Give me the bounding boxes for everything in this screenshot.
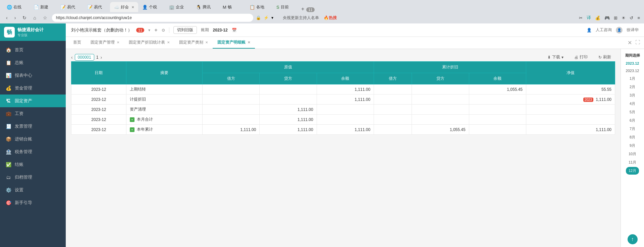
grid-icon[interactable]: ⊞ bbox=[614, 15, 618, 20]
tab-asset-detail[interactable]: 固定资产明细账 ✕ bbox=[213, 37, 255, 49]
translate-icon[interactable]: 译 bbox=[587, 15, 591, 21]
period-item-8[interactable]: 8月 bbox=[621, 133, 644, 141]
back-button[interactable]: ‹ bbox=[4, 14, 10, 21]
sidebar-item-label: 归档管理 bbox=[15, 174, 32, 180]
menu-icon[interactable]: ≡ bbox=[637, 15, 640, 20]
service-label[interactable]: 人工咨询 bbox=[596, 27, 612, 33]
tab-label: 易代 bbox=[94, 4, 102, 10]
print-button[interactable]: 🖨 打印 bbox=[570, 53, 592, 61]
sidebar-item-reports[interactable]: 📊 报表中心 bbox=[0, 69, 66, 82]
refresh-button[interactable]: ↻ 刷新 bbox=[594, 53, 615, 61]
bookmark-button[interactable]: ☆ bbox=[41, 14, 49, 21]
tab-label: 在线 bbox=[13, 4, 21, 10]
scroll-top-button[interactable]: ↑ bbox=[628, 234, 638, 244]
tab-close-icon[interactable]: ✕ bbox=[248, 41, 250, 44]
dropdown-icon[interactable]: ▾ bbox=[148, 28, 150, 33]
period-item-10[interactable]: 10月 bbox=[621, 150, 644, 158]
period-item-4[interactable]: 4月 bbox=[621, 100, 644, 108]
period-item-2023-12-sub[interactable]: 2023.12 bbox=[621, 67, 644, 74]
period-item-12[interactable]: 12月 bbox=[626, 167, 639, 175]
tab-qiye[interactable]: 🏢 企业 bbox=[165, 2, 192, 12]
add-account-button[interactable]: + bbox=[154, 27, 157, 33]
sidebar-item-finance[interactable]: 💰 资金管理 bbox=[0, 82, 66, 95]
tab-home[interactable]: 首页 bbox=[68, 37, 86, 49]
period-item-2[interactable]: 2月 bbox=[621, 83, 644, 91]
tab-close-icon[interactable]: ✕ bbox=[205, 41, 208, 44]
period-item-2023-12-top[interactable]: 2023.12 bbox=[621, 60, 644, 67]
forward-button[interactable]: › bbox=[12, 14, 18, 21]
page-tab-row: 首页 固定资产管理 ✕ 固定资产折旧统计表 ✕ 固定资产类别 ✕ 固定资产明细账… bbox=[66, 37, 644, 49]
tab-haokuai[interactable]: ☁️ 好会 ✕ bbox=[110, 2, 138, 12]
cell-accum-balance bbox=[469, 105, 526, 115]
expand-panel-icon[interactable]: ⛶ bbox=[635, 40, 640, 46]
dropdown-icon[interactable]: ▾ bbox=[271, 15, 273, 20]
sidebar-item-label: 工资 bbox=[15, 111, 23, 117]
tab-chang[interactable]: M 畅 bbox=[219, 2, 246, 12]
sidebar-item-close-accounts[interactable]: ✅ 结账 bbox=[0, 158, 66, 171]
theme-icon[interactable]: ☀ bbox=[622, 15, 626, 20]
sidebar-item-home[interactable]: 🏠 首页 bbox=[0, 44, 66, 56]
period-item-3[interactable]: 3月 bbox=[621, 91, 644, 99]
tab-close-icon[interactable]: ✕ bbox=[117, 41, 119, 44]
calendar-icon[interactable]: 📅 bbox=[232, 28, 237, 33]
sidebar-item-general-ledger[interactable]: 📋 总账 bbox=[0, 56, 66, 69]
switch-version-button[interactable]: 切到旧版 bbox=[173, 26, 197, 34]
tab-new[interactable]: 📄 新建 bbox=[30, 2, 56, 12]
tab-asset-category[interactable]: 固定资产类别 ✕ bbox=[174, 37, 213, 49]
download-dropdown-icon[interactable]: ▾ bbox=[561, 55, 564, 60]
download-button[interactable]: ⬇ 下载 ▾ bbox=[543, 53, 568, 61]
download-label: 下载 bbox=[552, 54, 560, 60]
scissors-icon[interactable]: ✂ bbox=[579, 15, 583, 20]
prev-page-button[interactable]: ‹ bbox=[71, 55, 73, 60]
sidebar-item-guide[interactable]: 🎯 新手引导 bbox=[0, 196, 66, 209]
period-item-9[interactable]: 9月 bbox=[621, 142, 644, 149]
home-button[interactable]: ⌂ bbox=[31, 14, 38, 21]
tab-muqian[interactable]: S 目前 bbox=[272, 2, 299, 12]
wallet-icon[interactable]: 💰 bbox=[595, 15, 600, 20]
period-item-7[interactable]: 7月 bbox=[621, 125, 644, 133]
sidebar-item-settings[interactable]: ⚙️ 设置 bbox=[0, 184, 66, 196]
sidebar-item-salary[interactable]: 💼 工资 bbox=[0, 107, 66, 120]
hot-search-label[interactable]: 🔥热搜 bbox=[324, 15, 337, 21]
sidebar-item-invoice[interactable]: 🧾 发票管理 bbox=[0, 120, 66, 133]
sidebar-item-label: 固定资产 bbox=[15, 98, 32, 104]
app-top-bar: 刘小艳演示账套（勿删勿动！） 11 ▾ + ⊙ 切到旧版 账期 2023-12 … bbox=[66, 23, 644, 37]
tab-gedi[interactable]: 📋 各地 bbox=[246, 2, 272, 12]
tab-close-icon[interactable]: ✕ bbox=[131, 5, 134, 9]
tab-gesui[interactable]: 👤 个税 bbox=[138, 2, 165, 12]
period-value: 2023-12 bbox=[213, 28, 228, 33]
asset-detail-table: 日期 摘要 原值 累计折旧 净值 借方 贷方 余额 借方 贷方 余额 bbox=[71, 61, 615, 135]
history-icon[interactable]: ↺ bbox=[630, 15, 633, 20]
new-tab-button[interactable]: + bbox=[299, 6, 306, 12]
header-original-debit: 借方 bbox=[202, 73, 259, 84]
sidebar-item-sales[interactable]: 📦 进销台账 bbox=[0, 133, 66, 145]
tab-zaixin[interactable]: 🌐 在线 bbox=[3, 2, 30, 12]
period-item-1[interactable]: 1月 bbox=[621, 75, 644, 82]
game-icon[interactable]: 🎮 bbox=[604, 15, 610, 20]
address-input[interactable] bbox=[52, 14, 253, 22]
tab-depreciation-stats[interactable]: 固定资产折旧统计表 ✕ bbox=[124, 37, 174, 49]
period-item-6[interactable]: 6月 bbox=[621, 117, 644, 124]
tab-label: 企业 bbox=[176, 4, 184, 10]
tab-close-icon[interactable]: ✕ bbox=[167, 41, 170, 44]
next-page-button[interactable]: › bbox=[100, 55, 102, 60]
header-accumulated-depreciation: 累计折旧 bbox=[374, 62, 526, 73]
tab-count-badge: 11 bbox=[306, 7, 314, 12]
window-control-buttons: ✕ ⛶ bbox=[628, 40, 640, 46]
tab-yidai2[interactable]: 📝 易代 bbox=[83, 2, 110, 12]
sidebar-item-tax[interactable]: 🏦 税务管理 bbox=[0, 145, 66, 158]
refresh-button[interactable]: ↻ bbox=[20, 14, 29, 21]
sidebar-item-fixed-assets[interactable]: 🏗 固定资产 bbox=[0, 95, 66, 107]
tab-label: 腾讯 bbox=[203, 4, 211, 10]
settings-circle-icon[interactable]: ⊙ bbox=[162, 28, 165, 33]
guide-icon: 🎯 bbox=[5, 200, 11, 205]
close-panel-icon[interactable]: ✕ bbox=[628, 40, 632, 46]
period-item-11[interactable]: 11月 bbox=[621, 159, 644, 166]
sidebar-item-archive[interactable]: 🗂 归档管理 bbox=[0, 171, 66, 184]
sidebar-nav: 🏠 首页 📋 总账 📊 报表中心 💰 资金管理 🏗 固定资产 💼 工资 bbox=[0, 41, 66, 247]
tab-tengxun[interactable]: 🐧 腾讯 bbox=[192, 2, 219, 12]
tab-yidai1[interactable]: 📝 易代 bbox=[56, 2, 83, 12]
user-name: 徐译华 bbox=[627, 27, 639, 33]
tab-fixed-assets-mgmt[interactable]: 固定资产管理 ✕ bbox=[86, 37, 124, 49]
period-item-5[interactable]: 5月 bbox=[621, 108, 644, 116]
